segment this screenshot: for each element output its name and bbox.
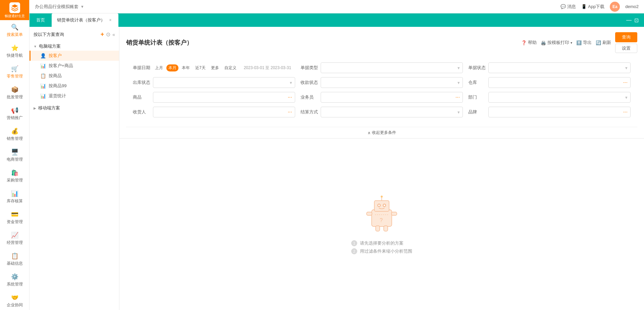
- scheme-item-goods[interactable]: 📋 按商品: [30, 71, 119, 81]
- svg-text:?: ?: [380, 217, 383, 223]
- sidebar-item-system[interactable]: ⚙️ 系统管理: [0, 270, 29, 291]
- purchase-icon: 🛍️: [11, 169, 18, 176]
- filter-row-3: 商品 ··· 业务员 ···: [133, 92, 631, 103]
- scheme-group-mobile: ▶ 移动端方案: [30, 102, 119, 114]
- scheme-item-return[interactable]: 📊 退货统计: [30, 91, 119, 101]
- collapse-row[interactable]: ∧ 收起更多条件: [126, 127, 637, 138]
- scheme-item-customer-goods[interactable]: 📊 按客户+商品: [30, 61, 119, 71]
- scheme-group-mobile-title[interactable]: ▶ 移动端方案: [30, 104, 119, 112]
- tab-active-label: 销货单统计表（按客户）: [57, 17, 105, 23]
- chevron-down-icon: ▼: [34, 45, 37, 48]
- scheme-settings-button[interactable]: ⊙: [106, 31, 110, 38]
- avatar[interactable]: Ea: [610, 2, 620, 12]
- help-button[interactable]: ❓ 帮助: [521, 40, 537, 46]
- ecommerce-icon: 🖥️: [11, 148, 18, 156]
- settlement-label: 结算方式: [301, 109, 318, 115]
- brand-dots-btn[interactable]: ···: [623, 109, 628, 115]
- tab-active[interactable]: 销货单统计表（按客户） ×: [52, 13, 118, 27]
- scheme-group-label: 电脑端方案: [39, 43, 61, 49]
- collapse-panel-button[interactable]: «: [112, 32, 115, 37]
- sidebar-item-purchase[interactable]: 🛍️ 采购管理: [0, 166, 29, 187]
- print-button[interactable]: 🖨️ 按模板打印 ▾: [541, 40, 572, 46]
- department-input[interactable]: ▾: [488, 92, 631, 103]
- scheme-group-desktop: ▼ 电脑端方案 👤 按客户 📊 按客户+商品 📋 按商品 📊 按商: [30, 41, 119, 102]
- out-status-dropdown-icon: ▾: [290, 80, 292, 85]
- brand-label: 品牌: [468, 109, 486, 115]
- finance-icon: 💳: [11, 211, 18, 218]
- shortcut-last-month[interactable]: 上月: [153, 64, 165, 71]
- logo-text: 畅捷通好生意: [5, 14, 25, 18]
- sidebar-item-inventory[interactable]: 📊 库存核算: [0, 187, 29, 207]
- sidebar-item-sales[interactable]: 💰 销售管理: [0, 124, 29, 145]
- warehouse-label: 仓库: [468, 80, 486, 86]
- tab-home[interactable]: 首页: [30, 13, 52, 27]
- brand-input[interactable]: ···: [488, 107, 631, 117]
- out-status-input[interactable]: ▾: [153, 77, 295, 88]
- goods-field: 商品 ···: [133, 92, 295, 103]
- warehouse-dots-btn[interactable]: ···: [623, 80, 628, 86]
- shortcut-more[interactable]: 更多: [209, 64, 221, 71]
- sales-icon: 💰: [11, 127, 18, 135]
- refresh-button[interactable]: 🔄 刷新: [596, 40, 611, 46]
- payment-status-input[interactable]: ▾: [321, 77, 463, 88]
- export-button[interactable]: ⬆️ 导出: [576, 40, 592, 46]
- salesman-input[interactable]: ···: [321, 92, 463, 103]
- tab-close-button[interactable]: ×: [108, 17, 113, 23]
- sidebar-item-marketing[interactable]: 📢 营销推广: [0, 103, 29, 124]
- sidebar-item-operations[interactable]: 📈 经营管理: [0, 228, 29, 249]
- sidebar-item-basic-info[interactable]: 📋 基础信息: [0, 249, 29, 270]
- refresh-icon: 🔄: [596, 40, 601, 45]
- consignee-dots-btn[interactable]: ···: [288, 109, 292, 115]
- shortcut-this-year[interactable]: 本年: [180, 64, 192, 71]
- content-area: 按以下方案查询 + ⊙ « ▼ 电脑端方案 👤 按客户 📊: [30, 27, 644, 310]
- app-download-btn[interactable]: 📱 App下载: [581, 4, 604, 10]
- department-field: 部门 ▾: [468, 92, 631, 103]
- search-icon: 🔍: [11, 23, 18, 31]
- page-title: 销货单统计表（按客户）: [126, 39, 193, 47]
- shortcut-7days[interactable]: 近7天: [193, 64, 208, 71]
- sidebar-item-retail[interactable]: 🛒 零售管理: [0, 62, 29, 83]
- shortcut-custom[interactable]: 自定义: [222, 64, 238, 71]
- scheme-item-goods99[interactable]: 📊 按商品99: [30, 81, 119, 91]
- shortcut-this-month[interactable]: 本月: [166, 64, 178, 71]
- sidebar-item-quick-nav[interactable]: ⭐ 快捷导航: [0, 41, 29, 62]
- order-type-label: 单据类型: [301, 65, 318, 71]
- system-icon: ⚙️: [11, 273, 18, 280]
- tip-num-2: 2: [351, 248, 357, 254]
- collapse-label: 收起更多条件: [372, 130, 396, 136]
- sidebar-item-corp[interactable]: 🤝 企业协同: [0, 291, 29, 310]
- sidebar-label-corp: 企业协同: [7, 302, 23, 308]
- setting-button[interactable]: 设置: [615, 44, 637, 53]
- query-button[interactable]: 查询: [615, 32, 637, 42]
- scheme-item-label-4: 按商品99: [49, 83, 66, 89]
- inventory-icon: 📊: [11, 190, 18, 197]
- order-status-input[interactable]: ▾: [488, 62, 631, 73]
- scheme-item-customer[interactable]: 👤 按客户: [30, 51, 119, 61]
- scheme-group-desktop-title[interactable]: ▼ 电脑端方案: [30, 42, 119, 51]
- order-type-input[interactable]: ▾: [321, 62, 463, 73]
- tip-text-2: 用过滤条件来缩小分析范围: [360, 248, 412, 254]
- message-btn[interactable]: 💬 消息: [560, 4, 576, 10]
- print-icon: 🖨️: [541, 40, 546, 45]
- minimize-icon[interactable]: —: [626, 17, 632, 23]
- add-scheme-button[interactable]: +: [101, 31, 104, 38]
- warehouse-input[interactable]: ···: [488, 77, 631, 88]
- goods-input[interactable]: ···: [153, 92, 295, 103]
- settlement-input[interactable]: ▾: [321, 107, 463, 117]
- close-icon: ×: [109, 18, 111, 22]
- sidebar-item-ecommerce[interactable]: 🖥️ 电商管理: [0, 145, 29, 166]
- sidebar-item-wholesale[interactable]: 📦 批发管理: [0, 83, 29, 103]
- restore-icon[interactable]: ⊡: [634, 17, 639, 23]
- svg-rect-11: [376, 226, 380, 231]
- industry-dropdown[interactable]: ▾: [81, 4, 84, 9]
- sidebar-label-basicinfo: 基础信息: [7, 261, 23, 266]
- sidebar-item-search[interactable]: 🔍 搜索菜单: [0, 20, 29, 41]
- consignee-input[interactable]: ···: [153, 107, 295, 117]
- sidebar-search-label: 搜索菜单: [7, 32, 23, 38]
- logo-icon: [9, 2, 20, 13]
- sidebar-item-finance[interactable]: 💳 资金管理: [0, 207, 29, 228]
- salesman-dots-btn[interactable]: ···: [455, 94, 460, 100]
- goods-dots-btn[interactable]: ···: [288, 94, 292, 100]
- collapse-btn: ∧ 收起更多条件: [368, 130, 396, 136]
- scheme-item-label-3: 按商品: [49, 73, 62, 79]
